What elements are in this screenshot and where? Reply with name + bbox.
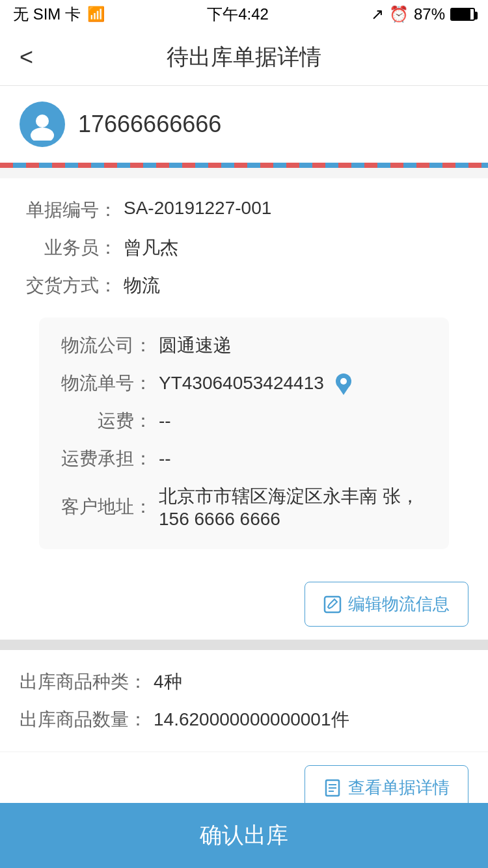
svg-rect-5 xyxy=(325,597,340,612)
address-value: 北京市市辖区海淀区永丰南 张，156 6666 6666 xyxy=(159,484,433,530)
section-separator xyxy=(0,640,488,650)
svg-point-3 xyxy=(340,378,347,385)
page-title: 待出库单据详情 xyxy=(167,42,321,72)
confirm-button[interactable]: 确认出库 xyxy=(0,803,488,868)
location-pin-icon[interactable] xyxy=(332,372,355,395)
order-no-label: 单据编号： xyxy=(20,198,117,223)
wifi-icon: 📶 xyxy=(87,6,105,23)
status-bar: 无 SIM 卡 📶 下午4:42 ↗ ⏰ 87% xyxy=(0,0,488,29)
product-quantity-value: 14.620000000000001件 xyxy=(154,707,349,732)
delivery-type-value: 物流 xyxy=(124,273,468,298)
delivery-type-label: 交货方式： xyxy=(20,273,117,298)
dashed-divider xyxy=(0,163,488,168)
edit-btn-wrap: 编辑物流信息 xyxy=(0,569,488,640)
product-quantity-label: 出库商品数量： xyxy=(20,707,147,732)
freight-bearer-label: 运费承担： xyxy=(55,446,152,471)
tracking-no-row: 物流单号： YT43064053424413 xyxy=(55,371,433,396)
delivery-type-row: 交货方式： 物流 xyxy=(20,273,468,298)
logistics-card: 物流公司： 圆通速递 物流单号： YT43064053424413 xyxy=(39,318,449,549)
product-type-row: 出库商品种类： 4种 xyxy=(20,670,468,694)
salesperson-label: 业务员： xyxy=(20,236,117,260)
edit-logistics-button[interactable]: 编辑物流信息 xyxy=(305,582,468,627)
address-row: 客户地址： 北京市市辖区海淀区永丰南 张，156 6666 6666 xyxy=(55,484,433,530)
back-button[interactable]: < xyxy=(20,44,59,71)
avatar-icon xyxy=(26,108,59,141)
avatar xyxy=(20,102,65,147)
svg-point-1 xyxy=(31,128,54,141)
product-quantity-row: 出库商品数量： 14.620000000000001件 xyxy=(20,707,468,732)
status-time: 下午4:42 xyxy=(207,4,269,25)
nav-bar: < 待出库单据详情 xyxy=(0,29,488,86)
freight-value: -- xyxy=(159,411,433,431)
status-left: 无 SIM 卡 📶 xyxy=(13,4,105,25)
tracking-no-value: YT43064053424413 xyxy=(159,372,433,395)
user-phone: 17666666666 xyxy=(78,111,221,138)
document-icon xyxy=(323,779,342,797)
product-type-label: 出库商品种类： xyxy=(20,670,147,694)
logistics-company-label: 物流公司： xyxy=(55,333,152,358)
alarm-icon: ⏰ xyxy=(389,5,409,23)
order-no-value: SA-20191227-001 xyxy=(124,198,468,219)
address-label: 客户地址： xyxy=(55,495,152,519)
battery-icon xyxy=(450,8,475,21)
edit-icon xyxy=(323,595,342,614)
product-section: 出库商品种类： 4种 出库商品数量： 14.620000000000001件 xyxy=(0,650,488,752)
status-right: ↗ ⏰ 87% xyxy=(371,5,475,23)
logistics-company-value: 圆通速递 xyxy=(159,333,433,358)
carrier-label: 无 SIM 卡 xyxy=(13,4,81,25)
battery-label: 87% xyxy=(414,5,445,23)
freight-bearer-row: 运费承担： -- xyxy=(55,446,433,471)
order-no-row: 单据编号： SA-20191227-001 xyxy=(20,198,468,223)
edit-btn-label: 编辑物流信息 xyxy=(348,593,450,616)
salesperson-value: 曾凡杰 xyxy=(124,236,468,260)
logistics-company-row: 物流公司： 圆通速递 xyxy=(55,333,433,358)
tracking-no-label: 物流单号： xyxy=(55,371,152,396)
confirm-btn-label: 确认出库 xyxy=(200,821,288,850)
location-icon: ↗ xyxy=(371,5,384,23)
freight-bearer-value: -- xyxy=(159,448,433,469)
svg-point-0 xyxy=(36,115,49,128)
salesperson-row: 业务员： 曾凡杰 xyxy=(20,236,468,260)
order-info-section: 单据编号： SA-20191227-001 业务员： 曾凡杰 交货方式： 物流 … xyxy=(0,178,488,569)
freight-row: 运费： -- xyxy=(55,409,433,433)
product-type-value: 4种 xyxy=(154,670,182,694)
user-header: 17666666666 xyxy=(0,86,488,163)
freight-label: 运费： xyxy=(55,409,152,433)
detail-btn-label: 查看单据详情 xyxy=(348,776,450,799)
svg-marker-4 xyxy=(338,387,349,395)
